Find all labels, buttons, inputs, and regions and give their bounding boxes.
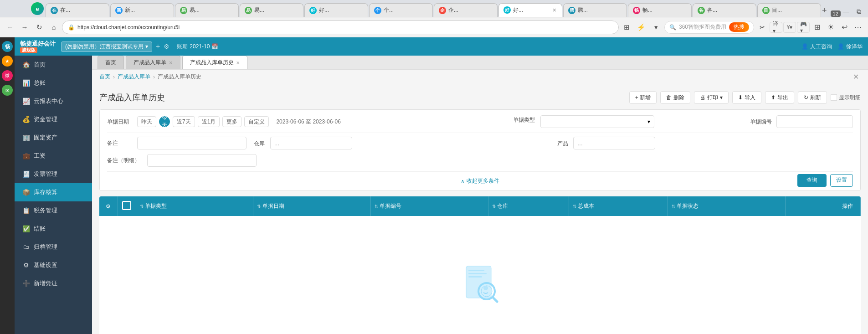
sidebar-item-basic-settings[interactable]: ⚙ 基础设置 (15, 256, 92, 274)
sidebar-item-new-voucher[interactable]: ➕ 新增凭证 (15, 274, 92, 293)
product-filter-select[interactable]: ... (573, 137, 655, 149)
sidebar-item-invoice[interactable]: 🧾 发票管理 (15, 165, 92, 183)
address-bar-input[interactable]: 🔒 https://cloud.chanjet.com/accounting/u… (62, 21, 619, 34)
page-tab-inventory-list-close[interactable]: × (169, 59, 173, 66)
number-filter-input[interactable] (776, 115, 853, 128)
browser-tab-11[interactable]: 各 各... (693, 3, 756, 17)
collapse-btn[interactable]: ∧ 收起更多条件 (461, 177, 499, 185)
sidebar-item-reports[interactable]: 📈 云报表中心 (15, 92, 92, 110)
app-icon-chanjet[interactable]: 畅 (2, 41, 13, 52)
date-more-btn[interactable]: 更多 (222, 116, 241, 127)
sidebar-item-tax[interactable]: 📋 税务管理 (15, 201, 92, 220)
new-btn[interactable]: + 新增 (629, 91, 657, 104)
minimize-button[interactable]: — (841, 6, 852, 17)
app-icon-star[interactable]: ★ (2, 56, 13, 67)
browser-tab-12[interactable]: 目 目... (757, 3, 821, 17)
sidebar-item-home[interactable]: 🏠 首页 (15, 56, 92, 74)
breadcrumb-home[interactable]: 首页 (99, 73, 110, 81)
game-icon[interactable]: 🎮▾ (797, 22, 810, 33)
add-company-btn[interactable]: + (156, 42, 160, 51)
date-today-btn[interactable]: 今天 (159, 116, 170, 127)
scissors-icon[interactable]: ✂ (756, 21, 769, 34)
search-box[interactable]: 🔍 360智能抠图免费用 热搜 (664, 21, 754, 34)
filter-settings-btn[interactable]: 设置 (830, 174, 853, 187)
app-icon-weibo[interactable]: 微 (2, 70, 13, 81)
currency-icon[interactable]: ¥▾ (783, 22, 796, 33)
browser-tab-2[interactable]: 新 新... (110, 3, 174, 17)
number-column-header[interactable]: ⇅ 单据编号 (371, 196, 488, 216)
export-btn[interactable]: ⬆ 导出 (765, 91, 794, 104)
user-profile-btn[interactable]: 👤 徐泽华 (837, 43, 863, 51)
type-filter-select[interactable]: ▾ (540, 115, 654, 128)
page-tab-home[interactable]: 首页 (98, 56, 124, 69)
new-tab-button[interactable]: + (822, 4, 827, 17)
history-icon[interactable]: ↩ (838, 21, 851, 34)
date-custom-btn[interactable]: 自定义 (244, 116, 269, 127)
app-icon-mail[interactable]: ✉ (2, 85, 13, 96)
sidebar-item-inventory[interactable]: 📦 库存核算 (15, 183, 92, 201)
dropdown-button[interactable]: ▾ (650, 21, 663, 34)
forward-button[interactable]: → (18, 21, 31, 34)
browser-tab-8[interactable]: 好 好... × (498, 3, 562, 17)
home-button[interactable]: ⌂ (47, 21, 60, 34)
sidebar-item-ledger[interactable]: 📊 总账 (15, 74, 92, 92)
cost-column-header[interactable]: ⇅ 总成本 (569, 196, 668, 216)
refresh-button[interactable]: ↻ (33, 21, 46, 34)
page-tab-inventory-list[interactable]: 产成品入库单 × (126, 56, 180, 69)
sidebar-item-fixed-assets[interactable]: 🏢 固定资产 (15, 128, 92, 147)
date-yesterday-btn[interactable]: 昨天 (137, 116, 156, 127)
customer-service-btn[interactable]: 👤 人工咨询 (801, 43, 832, 51)
tab-8-close-btn[interactable]: × (552, 5, 557, 15)
sidebar-item-payroll[interactable]: 💼 工资 (15, 147, 92, 165)
sidebar-item-archive[interactable]: 🗂 归档管理 (15, 238, 92, 256)
type-column-header[interactable]: ⇅ 单据类型 (136, 196, 253, 216)
page-close-btn[interactable]: ✕ (853, 72, 859, 81)
browser-tab-7[interactable]: 企 企... (434, 3, 498, 17)
period-calendar-icon[interactable]: 📅 (211, 43, 218, 50)
warehouse-column-header[interactable]: ⇅ 仓库 (488, 196, 569, 216)
checkbox-column-header[interactable] (118, 196, 136, 216)
tab-1-label: 在... (60, 6, 70, 14)
select-all-checkbox[interactable] (122, 201, 131, 210)
company-selector[interactable]: (勿删勿禁用）江西报宝测试专用 ▾ (61, 41, 152, 52)
browser-tab-5[interactable]: 好 好... (304, 3, 368, 17)
warehouse-filter-select[interactable]: ... (270, 137, 352, 149)
browser-tab-9[interactable]: 腾 腾... (563, 3, 627, 17)
sidebar-item-settlement[interactable]: ✅ 结账 (15, 220, 92, 238)
date-1month-btn[interactable]: 近1月 (198, 116, 220, 127)
status-column-header[interactable]: ⇅ 单据状态 (668, 196, 785, 216)
date-7days-btn[interactable]: 近7天 (173, 116, 195, 127)
import-btn[interactable]: ⬇ 导入 (732, 91, 761, 104)
delete-btn[interactable]: 🗑 删除 (660, 91, 690, 104)
settings-icon[interactable]: ⋯ (852, 21, 864, 34)
print-btn[interactable]: 🖨 打印 ▾ (694, 91, 729, 104)
browser-tab-3[interactable]: 易 易... (175, 3, 239, 17)
lightning-button[interactable]: ⚡ (635, 21, 648, 34)
page-tab-inventory-history-close[interactable]: × (236, 59, 240, 66)
detail-note-input[interactable] (147, 154, 257, 167)
refresh-btn[interactable]: ↻ 刷新 (798, 91, 827, 104)
browser-tab-4[interactable]: 易 易... (240, 3, 303, 17)
browser-logo: e (31, 2, 44, 15)
breadcrumb-list[interactable]: 产成品入库单 (118, 73, 150, 81)
browser-tab-10[interactable]: 畅 畅... (628, 3, 692, 17)
page-tab-inventory-history[interactable]: 产成品入库单历史 × (182, 56, 248, 69)
translate-icon[interactable]: 译▾ (770, 22, 782, 33)
company-settings-btn[interactable]: ⚙ (164, 43, 169, 50)
date-column-header[interactable]: ⇅ 单据日期 (253, 196, 371, 216)
note-filter-input[interactable] (137, 137, 247, 149)
close-window-button[interactable]: ✕ (866, 6, 868, 17)
restore-button[interactable]: ⧉ (853, 6, 864, 17)
filter-area: 单据日期 昨天 今天 近7天 近1月 更多 自定义 (99, 109, 861, 191)
gear-column-header[interactable]: ⚙ (99, 196, 118, 216)
browser-tab-6[interactable]: 个 个... (369, 3, 433, 17)
grid-button[interactable]: ⊞ (621, 21, 633, 34)
appearance-icon[interactable]: ☀ (824, 21, 837, 34)
browser-tab-1[interactable]: 在 在... (46, 3, 109, 17)
query-btn[interactable]: 查询 (797, 174, 827, 187)
back-button[interactable]: ← (4, 21, 16, 34)
sort-status-icon: ⇅ (672, 204, 675, 209)
display-checkbox[interactable] (831, 94, 837, 101)
sidebar-item-funds[interactable]: 💰 资金管理 (15, 110, 92, 128)
apps-icon[interactable]: ⊞ (811, 21, 823, 34)
